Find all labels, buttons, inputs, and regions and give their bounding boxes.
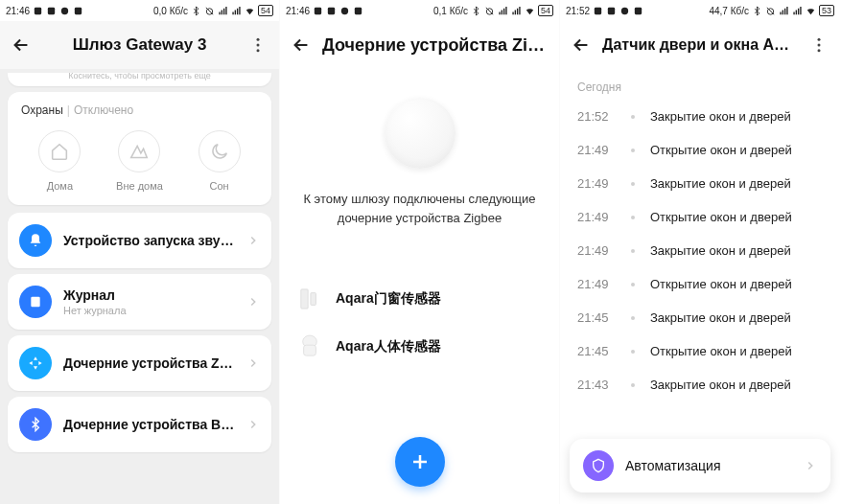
chevron-right-icon <box>246 295 260 309</box>
motion-sensor-icon <box>297 334 322 359</box>
app-icon <box>606 6 617 16</box>
item-zigbee-children[interactable]: Дочерние устройства Zigbee <box>8 335 271 391</box>
automation-icon <box>583 450 614 481</box>
bullet-icon <box>631 115 635 119</box>
svg-point-11 <box>341 7 348 13</box>
svg-rect-14 <box>301 289 308 309</box>
net-speed: 0,0 Кб/с <box>153 6 188 16</box>
battery-indicator: 54 <box>538 5 553 16</box>
gateway-image <box>385 98 456 169</box>
page-title: Дочерние устройства Zig... <box>322 35 549 56</box>
statusbar: 21:46 0,1 Кб/с 54 <box>280 0 559 21</box>
net-speed: 0,1 Кб/с <box>433 6 468 16</box>
event-time: 21:52 <box>577 109 616 124</box>
app-icon <box>33 6 43 16</box>
bluetooth-icon <box>471 6 481 16</box>
back-button[interactable] <box>10 34 33 57</box>
svg-rect-19 <box>608 7 615 13</box>
alarm-off-icon <box>204 6 215 16</box>
event-row[interactable]: 21:43Закрытие окон и дверей <box>560 368 840 401</box>
bell-icon <box>19 224 52 257</box>
guard-label: Охраны <box>21 103 63 117</box>
event-row[interactable]: 21:52Закрытие окон и дверей <box>560 100 840 133</box>
home-icon <box>38 130 81 172</box>
bullet-icon <box>631 350 635 354</box>
svg-rect-10 <box>328 7 335 13</box>
mode-home[interactable]: Дома <box>38 130 81 192</box>
event-time: 21:45 <box>577 344 616 358</box>
add-device-button[interactable] <box>395 437 445 487</box>
door-sensor-icon <box>297 286 322 311</box>
device-row[interactable]: Aqara门窗传感器 <box>280 275 559 323</box>
event-row[interactable]: 21:45Открытие окон и дверей <box>560 334 840 368</box>
app-icon <box>59 6 70 16</box>
bluetooth-devices-icon <box>19 408 52 441</box>
mode-away[interactable]: Вне дома <box>116 130 163 192</box>
bullet-icon <box>631 149 635 152</box>
page-title: Датчик двери и окна Aqara <box>602 36 798 54</box>
app-icon <box>313 6 323 16</box>
previous-card-peek[interactable]: Коснитесь, чтобы просмотреть еще <box>8 73 271 86</box>
event-text: Закрытие окон и дверей <box>650 109 791 124</box>
app-icon <box>339 6 350 16</box>
wifi-icon <box>525 6 535 16</box>
event-time: 21:49 <box>577 210 616 224</box>
back-button[interactable] <box>570 34 593 57</box>
event-row[interactable]: 21:49Закрытие окон и дверей <box>560 234 840 267</box>
event-text: Открытие окон и дверей <box>650 143 792 157</box>
header: Дочерние устройства Zig... <box>280 21 559 69</box>
event-time: 21:45 <box>577 310 616 325</box>
battery-indicator: 53 <box>819 5 834 16</box>
event-time: 21:49 <box>577 143 616 157</box>
guard-status: Отключено <box>74 103 133 117</box>
svg-point-2 <box>61 7 68 13</box>
event-row[interactable]: 21:45Закрытие окон и дверей <box>560 301 840 334</box>
alarm-off-icon <box>765 6 776 16</box>
mode-sleep[interactable]: Сон <box>199 130 241 192</box>
device-row[interactable]: Aqara人体传感器 <box>280 323 559 371</box>
header: Шлюз Gateway 3 <box>0 21 279 69</box>
chevron-right-icon <box>246 418 260 431</box>
status-time: 21:52 <box>566 6 590 16</box>
item-bluetooth-children[interactable]: Дочерние устройства Bluet... <box>8 397 271 452</box>
chevron-right-icon <box>804 459 817 472</box>
event-text: Закрытие окон и дверей <box>650 176 791 191</box>
signal-icon <box>792 6 803 16</box>
away-icon <box>118 130 160 172</box>
back-button[interactable] <box>290 34 313 57</box>
app-icon <box>326 6 337 16</box>
event-row[interactable]: 21:49Открытие окон и дверей <box>560 133 840 167</box>
chevron-right-icon <box>246 356 260 370</box>
signal-icon <box>231 6 242 16</box>
svg-point-20 <box>621 7 628 13</box>
signal-icon <box>511 6 522 16</box>
event-text: Открытие окон и дверей <box>650 277 792 291</box>
svg-rect-1 <box>48 7 55 13</box>
event-row[interactable]: 21:49Закрытие окон и дверей <box>560 167 840 200</box>
section-today: Сегодня <box>560 69 840 100</box>
svg-point-23 <box>818 38 821 41</box>
event-text: Закрытие окон и дверей <box>650 310 791 325</box>
svg-rect-8 <box>31 297 39 308</box>
net-speed: 44,7 Кб/с <box>709 6 749 16</box>
svg-rect-9 <box>315 7 321 13</box>
page-title: Шлюз Gateway 3 <box>42 35 237 55</box>
more-button[interactable] <box>246 34 269 57</box>
bullet-icon <box>631 283 635 286</box>
item-sound-trigger[interactable]: Устройство запуска звуков... <box>8 213 271 268</box>
svg-point-7 <box>257 49 260 52</box>
bullet-icon <box>631 216 635 219</box>
wifi-icon <box>806 6 816 16</box>
bullet-icon <box>631 316 635 320</box>
event-row[interactable]: 21:49Открытие окон и дверей <box>560 200 840 234</box>
automation-button[interactable]: Автоматизация <box>570 439 830 493</box>
journal-icon <box>19 286 52 318</box>
alarm-off-icon <box>484 6 495 16</box>
more-button[interactable] <box>807 34 830 57</box>
moon-icon <box>199 130 241 172</box>
event-row[interactable]: 21:49Открытие окон и дверей <box>560 267 840 301</box>
zigbee-icon <box>19 347 52 379</box>
item-journal[interactable]: Журнал Нет журнала <box>8 274 271 330</box>
event-time: 21:49 <box>577 176 616 191</box>
svg-rect-3 <box>75 7 82 13</box>
